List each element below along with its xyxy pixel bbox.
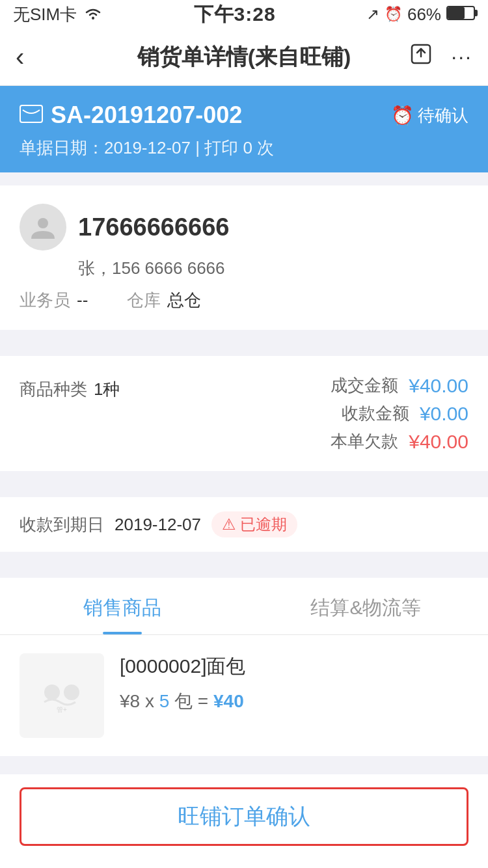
warehouse-value: 总仓: [167, 289, 201, 312]
summary-card: 商品种类 1种 成交金额 ¥40.00 收款金额 ¥0.00 本单欠款 ¥40.…: [0, 356, 488, 471]
tab-sales-products[interactable]: 销售商品: [0, 578, 244, 634]
back-button[interactable]: ‹: [16, 42, 55, 72]
avatar: [20, 204, 66, 251]
order-id-row: SA-20191207-002 ⏰ 待确认: [20, 102, 468, 129]
warehouse-label: 仓库: [127, 289, 161, 312]
summary-right: 成交金额 ¥40.00 收款金额 ¥0.00 本单欠款 ¥40.00: [244, 374, 468, 453]
divider-2: [0, 471, 488, 484]
salesperson-value: --: [77, 290, 88, 310]
amount-value-2: ¥0.00: [420, 403, 468, 425]
amount-label-2: 收款金额: [342, 402, 409, 425]
product-thumbnail: 管+: [20, 653, 104, 738]
overdue-icon: ⚠: [222, 515, 236, 534]
tabs-container: 销售商品 结算&物流等: [0, 578, 488, 635]
type-label: 商品种类: [20, 378, 87, 401]
product-unit: 包: [174, 691, 193, 711]
warehouse-item: 仓库 总仓: [127, 289, 201, 312]
status-bar: 无SIM卡 下午3:28 ↗ ⏰ 66%: [0, 0, 488, 29]
nav-bar: ‹ 销货单详情(来自旺铺) ···: [0, 29, 488, 86]
svg-point-4: [44, 685, 60, 700]
divider-3: [0, 552, 488, 565]
product-card: 管+ [0000002]面包 ¥8 x 5 包 = ¥40: [0, 635, 488, 756]
svg-point-3: [38, 218, 48, 228]
customer-name: 张，156 6666 6666: [78, 257, 468, 280]
amount-row-3: 本单欠款 ¥40.00: [331, 430, 468, 453]
amount-value-3: ¥40.00: [409, 431, 468, 453]
type-value: 1种: [94, 378, 120, 401]
nav-actions: ···: [409, 42, 472, 72]
battery-percent: 66%: [407, 5, 441, 25]
order-id-icon: [20, 102, 43, 129]
overdue-text: 已逾期: [240, 514, 287, 535]
product-unit-price: ¥8: [120, 691, 140, 711]
order-id-text: SA-20191207-002: [51, 102, 242, 129]
product-qty: 5: [159, 691, 170, 711]
svg-text:管+: 管+: [57, 706, 67, 713]
amount-value-1: ¥40.00: [409, 375, 468, 397]
status-right: ↗ ⏰ 66%: [366, 5, 475, 25]
amount-row-1: 成交金额 ¥40.00: [331, 374, 468, 397]
product-info: [0000002]面包 ¥8 x 5 包 = ¥40: [120, 653, 468, 714]
salesperson-item: 业务员 --: [20, 289, 88, 312]
status-left: 无SIM卡: [13, 3, 103, 26]
svg-point-5: [64, 685, 79, 700]
tab-settlement[interactable]: 结算&物流等: [244, 578, 488, 634]
bottom-bar: 旺铺订单确认: [0, 774, 488, 868]
product-name: [0000002]面包: [120, 653, 468, 680]
customer-phone: 17666666666: [78, 213, 229, 241]
order-status-text: 待确认: [418, 104, 468, 127]
more-button[interactable]: ···: [451, 45, 472, 69]
amount-label-1: 成交金额: [331, 374, 398, 397]
battery-icon: [446, 5, 475, 25]
due-date-label: 收款到期日: [20, 513, 104, 536]
order-date: 单据日期：2019-12-07 | 打印 0 次: [20, 137, 468, 159]
product-price: ¥8 x 5 包 = ¥40: [120, 689, 468, 714]
due-date-value: 2019-12-07: [115, 515, 201, 535]
equals-sign: =: [198, 691, 213, 711]
svg-point-0: [92, 17, 94, 20]
salesperson-label: 业务员: [20, 289, 70, 312]
confirm-order-button[interactable]: 旺铺订单确认: [20, 787, 468, 846]
multiply-sign: x: [145, 691, 159, 711]
location-icon: ↗: [366, 5, 379, 23]
product-code: [0000002]: [120, 655, 206, 677]
overdue-badge: ⚠ 已逾期: [211, 511, 297, 537]
status-time: 下午3:28: [194, 1, 276, 28]
wifi-icon: [83, 5, 103, 25]
share-button[interactable]: [409, 42, 433, 72]
amount-label-3: 本单欠款: [331, 430, 398, 453]
product-name-text: 面包: [206, 655, 245, 677]
order-header: SA-20191207-002 ⏰ 待确认 单据日期：2019-12-07 | …: [0, 86, 488, 172]
divider-1: [0, 330, 488, 343]
alarm-icon: ⏰: [385, 6, 402, 23]
carrier-text: 无SIM卡: [13, 3, 77, 26]
order-status: ⏰ 待确认: [391, 104, 468, 127]
amount-row-2: 收款金额 ¥0.00: [342, 402, 468, 425]
page-title: 销货单详情(来自旺铺): [137, 42, 351, 72]
summary-left: 商品种类 1种: [20, 374, 244, 401]
status-clock-icon: ⏰: [391, 105, 414, 126]
product-total: ¥40: [213, 691, 244, 711]
customer-meta: 业务员 -- 仓库 总仓: [20, 289, 468, 312]
customer-card: 17666666666 张，156 6666 6666 业务员 -- 仓库 总仓: [0, 185, 488, 330]
due-date-card: 收款到期日 2019-12-07 ⚠ 已逾期: [0, 497, 488, 552]
order-id: SA-20191207-002: [20, 102, 242, 129]
customer-top: 17666666666: [20, 204, 468, 251]
